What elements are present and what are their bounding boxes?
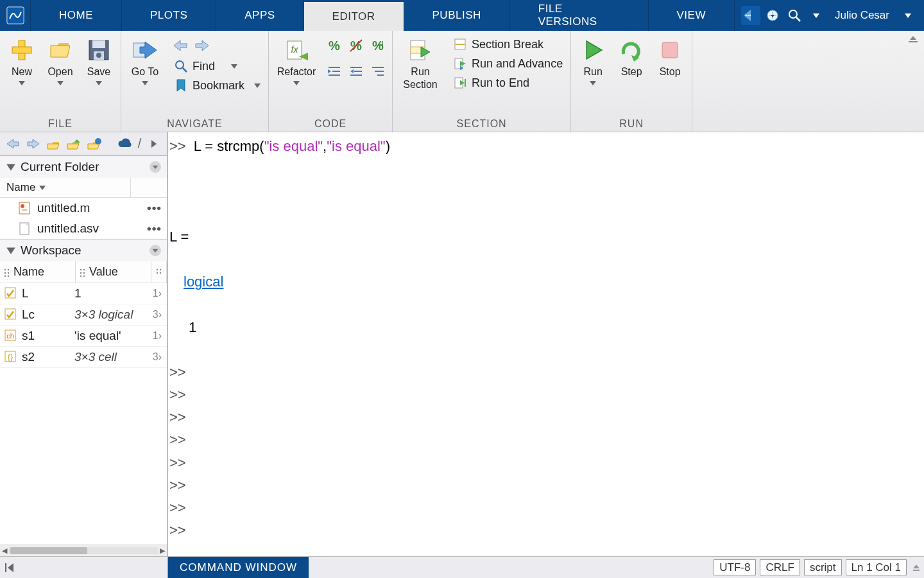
tab-home[interactable]: HOME bbox=[31, 0, 122, 31]
tab-view[interactable]: VIEW bbox=[649, 0, 735, 31]
svg-point-85 bbox=[159, 272, 160, 273]
workspace-variable-list: L11›Lc3×3 logical3›chs1'is equal'1›{}s23… bbox=[0, 283, 167, 545]
svg-marker-41 bbox=[421, 47, 430, 57]
addr-up-button[interactable] bbox=[45, 135, 63, 153]
magnifier-icon bbox=[174, 59, 188, 73]
workspace-variable-row[interactable]: Lc3×3 logical3› bbox=[0, 304, 167, 326]
run-section-icon bbox=[407, 37, 434, 64]
svg-marker-60 bbox=[6, 164, 15, 171]
ws-name-column[interactable]: Name bbox=[0, 261, 76, 283]
folder-extra-column[interactable] bbox=[131, 184, 167, 191]
svg-point-70 bbox=[4, 268, 6, 270]
panel-options-icon[interactable] bbox=[149, 244, 162, 257]
workspace-variable-row[interactable]: L11› bbox=[0, 283, 167, 304]
tab-plots[interactable]: PLOTS bbox=[122, 0, 216, 31]
ribbon-collapse-button[interactable] bbox=[907, 35, 920, 46]
variable-name: L bbox=[22, 286, 74, 301]
svg-text:%: % bbox=[329, 39, 340, 53]
address-bar: / bbox=[0, 132, 167, 155]
file-name: untitled.m bbox=[37, 201, 90, 215]
addr-forward-button[interactable] bbox=[24, 135, 42, 153]
command-window-tab[interactable]: COMMAND WINDOW bbox=[168, 557, 309, 578]
addr-back-button[interactable] bbox=[4, 135, 22, 153]
svg-point-84 bbox=[156, 272, 157, 273]
save-file-button[interactable]: Save bbox=[81, 35, 117, 87]
layout-menu-button[interactable] bbox=[741, 6, 760, 25]
encoding-chip[interactable]: UTF-8 bbox=[714, 559, 756, 575]
workspace-variable-row[interactable]: chs1'is equal'1› bbox=[0, 326, 167, 347]
nav-back-button[interactable] bbox=[171, 37, 189, 55]
open-file-button[interactable]: Open bbox=[42, 35, 78, 87]
run-section-button[interactable]: Run Section bbox=[397, 35, 444, 92]
breadcrumb-expand[interactable] bbox=[145, 135, 163, 153]
svg-rect-12 bbox=[92, 40, 105, 48]
variable-value: 1 bbox=[74, 286, 153, 301]
variable-name: Lc bbox=[22, 308, 74, 322]
go-to-start-icon[interactable] bbox=[4, 561, 15, 574]
wrap-comment-button[interactable]: % bbox=[369, 37, 387, 55]
breadcrumb-sep: / bbox=[137, 136, 143, 151]
file-actions-button[interactable]: ••• bbox=[147, 222, 162, 236]
ribbon-group-code-label: CODE bbox=[273, 117, 388, 132]
bookmark-button[interactable]: Bookmark bbox=[170, 76, 264, 94]
section-break-button[interactable]: Section Break bbox=[449, 35, 567, 53]
indent-button[interactable] bbox=[325, 62, 343, 80]
uncomment-button[interactable]: % bbox=[347, 37, 365, 55]
status-expand-icon[interactable] bbox=[909, 557, 924, 578]
main-tabs: HOMEPLOTSAPPSEDITORPUBLISHFILE VERSIONSV… bbox=[31, 0, 735, 31]
mode-chip[interactable]: script bbox=[804, 559, 842, 575]
addr-parent-button[interactable] bbox=[65, 135, 83, 153]
svg-point-79 bbox=[83, 272, 85, 273]
run-and-advance-button[interactable]: Run and Advance bbox=[449, 55, 567, 73]
new-file-label: New bbox=[12, 66, 32, 78]
ws-value-column[interactable]: Value bbox=[76, 261, 151, 283]
nav-forward-button[interactable] bbox=[193, 37, 211, 55]
run-button[interactable]: Run bbox=[575, 35, 611, 87]
search-button[interactable] bbox=[785, 6, 804, 25]
refactor-button[interactable]: fx Refactor bbox=[273, 35, 320, 87]
tab-file-versions[interactable]: FILE VERSIONS bbox=[510, 0, 649, 31]
outdent-button[interactable] bbox=[347, 62, 365, 80]
current-folder-header[interactable]: Current Folder bbox=[0, 156, 167, 178]
file-row[interactable]: untitled.m••• bbox=[0, 198, 167, 218]
floppy-disk-icon bbox=[85, 37, 112, 64]
svg-point-74 bbox=[4, 275, 6, 276]
step-button[interactable]: Step bbox=[613, 35, 649, 80]
tab-editor[interactable]: EDITOR bbox=[304, 0, 404, 31]
status-left bbox=[0, 557, 168, 578]
svg-line-20 bbox=[183, 68, 187, 72]
search-dropdown-caret[interactable] bbox=[807, 6, 826, 25]
panel-options-icon[interactable] bbox=[149, 161, 162, 173]
file-row[interactable]: untitled.asv••• bbox=[0, 218, 167, 239]
find-button[interactable]: Find bbox=[170, 57, 264, 75]
tab-publish[interactable]: PUBLISH bbox=[404, 0, 510, 31]
workspace-variable-row[interactable]: {}s23×3 cell3› bbox=[0, 347, 167, 368]
workspace-horizontal-scrollbar[interactable]: ◀ ▶ bbox=[0, 545, 167, 556]
ws-extra-column[interactable] bbox=[151, 261, 167, 283]
svg-point-80 bbox=[80, 275, 81, 276]
ribbon-group-section: Run Section Section Break Run and Advanc… bbox=[393, 31, 571, 132]
help-dropdown-button[interactable] bbox=[763, 6, 782, 25]
folder-name-column[interactable]: Name bbox=[0, 178, 131, 197]
run-to-end-button[interactable]: Run to End bbox=[449, 74, 567, 92]
command-window-content[interactable]: >> L = strcmp("is equal","is equal") L =… bbox=[168, 132, 924, 556]
workspace-header[interactable]: Workspace bbox=[0, 240, 167, 261]
eol-chip[interactable]: CRLF bbox=[760, 559, 800, 575]
stop-button[interactable]: Stop bbox=[652, 35, 688, 80]
svg-point-14 bbox=[96, 53, 101, 58]
cloud-icon[interactable] bbox=[116, 135, 134, 153]
goto-button[interactable]: Go To bbox=[125, 35, 165, 87]
cursor-position-chip[interactable]: Ln 1 Col 1 bbox=[846, 559, 907, 575]
user-menu-caret[interactable] bbox=[898, 6, 918, 25]
new-file-button[interactable]: New bbox=[4, 35, 40, 87]
ws-value-col-label: Value bbox=[89, 265, 118, 279]
svg-marker-57 bbox=[74, 139, 80, 143]
scrollbar-thumb[interactable] bbox=[10, 547, 87, 554]
tab-apps[interactable]: APPS bbox=[216, 0, 304, 31]
addr-browse-button[interactable] bbox=[85, 135, 103, 153]
type-link[interactable]: logical bbox=[184, 270, 223, 293]
comment-button[interactable]: % bbox=[325, 37, 343, 55]
file-actions-button[interactable]: ••• bbox=[147, 201, 162, 215]
run-section-label: Run Section bbox=[403, 66, 437, 91]
smart-indent-button[interactable] bbox=[369, 62, 387, 80]
